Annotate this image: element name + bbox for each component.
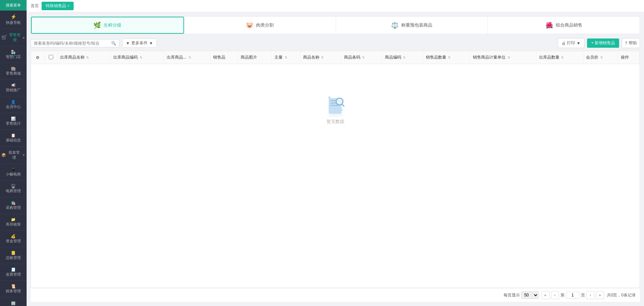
page-number-input[interactable]: [566, 292, 580, 299]
sidebar-item-finance[interactable]: 💰 资金管理: [0, 231, 27, 247]
member-center-icon: 👤: [11, 100, 16, 104]
filter-button[interactable]: ▼ 更多条件 ▼: [122, 39, 157, 48]
search-icon[interactable]: 🔍: [111, 41, 116, 46]
filter-label: 更多条件: [131, 40, 148, 46]
sidebar-item-purchase[interactable]: 🛍️ 采购管理: [0, 197, 27, 214]
content-area: 🌿 生鲜分级 🐷 肉类分割 ⚖️ 称重预包装商品 🌺 组合商品销售 🔍: [27, 12, 644, 306]
purchase-icon: 🛍️: [11, 201, 16, 205]
sidebar-item-quick-nav[interactable]: ⚡ 快捷导航: [0, 11, 27, 29]
filter-icon: ▼: [126, 41, 130, 46]
topbar: 首页 特殊销售品 ×: [27, 0, 644, 12]
last-page-button[interactable]: »: [596, 291, 604, 299]
col-out-product-x: 出库商品... ⇅: [164, 51, 210, 64]
tab-meat-cut[interactable]: 🐷 肉类分割: [184, 17, 336, 34]
empty-state: 暂无数据: [31, 64, 640, 152]
sidebar-item-fixed-assets[interactable]: 🏢 固定资产: [0, 297, 27, 306]
sidebar-item-inventory[interactable]: 📁 库存核算: [0, 214, 27, 231]
tab-combo[interactable]: 🌺 组合商品销售: [488, 17, 640, 34]
col-operation: 操作: [618, 51, 640, 64]
prev-page-button[interactable]: ‹: [551, 291, 559, 299]
select-all-checkbox[interactable]: [49, 55, 53, 59]
weigh-pack-label: 称重预包装商品: [401, 22, 432, 28]
tab-fresh-grade[interactable]: 🌿 生鲜分级: [31, 17, 184, 34]
active-tab[interactable]: 特殊销售品 ×: [42, 2, 74, 10]
sort-arrows[interactable]: ⇅: [321, 56, 324, 59]
sort-arrows[interactable]: ⇅: [189, 56, 191, 59]
svg-line-6: [342, 104, 344, 106]
sidebar-item-member-center[interactable]: 👤 会员中心: [0, 96, 27, 113]
home-breadcrumb[interactable]: 首页: [31, 3, 39, 9]
sidebar-item-ecommerce[interactable]: 🖥️ 电商管理: [0, 181, 27, 197]
main-table: ⚙ 出库商品名称 ⇅ 出库商品编码 ⇅ 出库商品: [31, 51, 640, 64]
col-out-product-name: 出库商品名称 ⇅: [57, 51, 110, 64]
category-tabs: 🌿 生鲜分级 🐷 肉类分割 ⚖️ 称重预包装商品 🌺 组合商品销售: [31, 16, 640, 34]
page-size-select: 每页显示 50 10 20 100: [504, 291, 539, 299]
finance-icon: 💰: [11, 234, 16, 239]
inventory-icon: 📁: [11, 217, 16, 222]
sort-arrows[interactable]: ⇅: [403, 56, 406, 59]
retail-manage-arrow: ▲: [22, 36, 25, 39]
next-page-button[interactable]: ›: [586, 291, 595, 299]
search-input[interactable]: [34, 41, 111, 46]
page-label: 第: [560, 292, 565, 298]
svg-rect-4: [330, 105, 339, 106]
sidebar-item-general-ledger[interactable]: 📒 总账管理: [0, 247, 27, 264]
marketing-icon: 📢: [11, 83, 16, 88]
sidebar-item-marketing[interactable]: 📢 营销推广: [0, 80, 27, 96]
meat-cut-label: 肉类分割: [256, 22, 274, 28]
add-label: + 新增销售品: [591, 40, 615, 46]
toolbar: 🔍 ▼ 更多条件 ▼ 🖨 打印 ▼ + 新增销售品 ?: [31, 38, 640, 48]
combo-label: 组合商品销售: [556, 22, 582, 28]
page-nav: « ‹ 第 页 › »: [541, 291, 604, 299]
basic-info-icon: 📋: [11, 133, 16, 138]
tab-weigh-pack[interactable]: ⚖️ 称重预包装商品: [336, 17, 488, 34]
col-checkbox: [45, 51, 57, 64]
retail-manage-icon: 🛒: [1, 34, 7, 40]
svg-point-0: [328, 113, 343, 117]
print-button[interactable]: 🖨 打印 ▼: [558, 38, 584, 48]
main-area: 首页 特殊销售品 × 🌿 生鲜分级 🐷 肉类分割 ⚖️ 称重预包装商品 🌺 组合…: [27, 0, 644, 306]
retail-stats-icon: 📊: [11, 117, 16, 121]
tab-close-icon[interactable]: ×: [68, 4, 70, 8]
sidebar-item-tax[interactable]: 📜 税务管理: [0, 281, 27, 297]
sidebar-item-smart-store[interactable]: 🏪 智慧门店: [0, 46, 27, 63]
sidebar-item-label: 智慧门店: [6, 54, 21, 59]
sidebar-item-retail-mall[interactable]: 🏬 零售商城: [0, 63, 27, 80]
sidebar-logo[interactable]: 搜索菜单: [0, 0, 27, 11]
help-button[interactable]: ? 帮助: [622, 38, 640, 48]
sort-arrows[interactable]: ⇅: [448, 56, 451, 59]
sort-arrows[interactable]: ⇅: [140, 56, 143, 59]
help-label: 帮助: [629, 40, 637, 46]
sidebar-item-retail-manage[interactable]: 🛒 零售管理 ▲: [0, 29, 27, 46]
col-product-code: 商品编码 ⇅: [382, 51, 423, 64]
tax-icon: 📜: [11, 284, 16, 289]
sort-arrows[interactable]: ⇅: [561, 56, 564, 59]
col-main-qty: 主量 ⇅: [272, 51, 300, 64]
col-settings[interactable]: ⚙: [31, 51, 45, 64]
sidebar-item-retail-stats[interactable]: 📊 零售统计: [0, 113, 27, 130]
sidebar-item-label: 快捷导航: [6, 20, 21, 25]
sidebar-item-basic-info[interactable]: 📋 基础信息: [0, 130, 27, 147]
sort-arrows[interactable]: ⇅: [86, 56, 89, 59]
print-arrow: ▼: [576, 41, 581, 46]
sort-arrows[interactable]: ⇅: [508, 56, 510, 59]
col-product-image: 商品图片: [238, 51, 272, 64]
table-container: ⚙ 出库商品名称 ⇅ 出库商品编码 ⇅ 出库商品: [31, 51, 640, 288]
smart-store-icon: 🏪: [11, 50, 16, 54]
per-page-dropdown[interactable]: 50 10 20 100: [521, 291, 539, 299]
sort-arrows[interactable]: ⇅: [600, 56, 603, 59]
first-page-button[interactable]: «: [541, 291, 550, 299]
sort-arrows[interactable]: ⇅: [362, 56, 365, 59]
sidebar-item-mini-shop[interactable]: 📱 小畅电商: [0, 164, 27, 181]
add-sales-product-button[interactable]: + 新增销售品: [587, 39, 619, 48]
retail-mall-icon: 🏬: [11, 66, 16, 71]
col-out-product-code: 出库商品编码 ⇅: [110, 51, 164, 64]
sidebar-item-invoice[interactable]: 🧾 发票管理: [0, 264, 27, 281]
sidebar-item-label: 采购管理: [6, 205, 21, 210]
sidebar-item-label: 营销推广: [6, 88, 21, 93]
total-label: 共0页，0条记录: [607, 292, 636, 298]
sort-arrows[interactable]: ⇅: [285, 56, 287, 59]
sidebar-item-wholesale[interactable]: 📦 批发管理 ▼: [0, 147, 27, 164]
mini-shop-icon: 📱: [11, 167, 16, 172]
print-icon: 🖨: [561, 41, 566, 46]
